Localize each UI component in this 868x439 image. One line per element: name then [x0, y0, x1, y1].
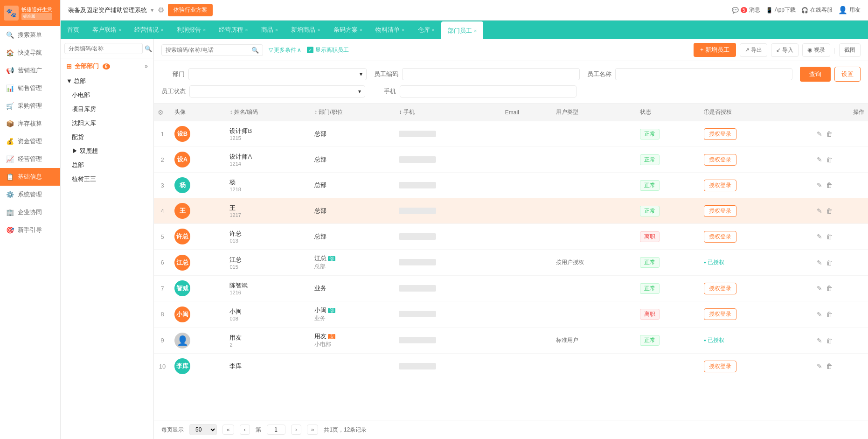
authorize-button[interactable]: 授权登录: [704, 128, 736, 140]
tab-close-icon[interactable]: ×: [160, 27, 163, 33]
import-button[interactable]: ↙ 导入: [771, 43, 799, 57]
tab-新增商品[interactable]: 新增商品×: [285, 21, 326, 39]
emp-code-input[interactable]: [402, 68, 579, 80]
sidebar-item-basic[interactable]: 📋 基础信息: [0, 168, 60, 186]
delete-icon[interactable]: 🗑: [826, 156, 833, 163]
tab-close-icon[interactable]: ×: [203, 27, 206, 33]
edit-icon[interactable]: ✎: [817, 259, 822, 266]
sidebar-item-inventory[interactable]: 📦 库存核算: [0, 115, 60, 132]
search-input[interactable]: [166, 47, 250, 53]
page-size-select[interactable]: 50 100 200: [189, 424, 217, 435]
delete-icon[interactable]: 🗑: [826, 130, 833, 138]
tab-close-icon[interactable]: ×: [432, 27, 435, 33]
tab-利润报告[interactable]: 利润报告×: [170, 21, 212, 39]
tree-item-总部[interactable]: ▼ 总部: [61, 74, 153, 88]
authorize-button[interactable]: 授权登录: [704, 231, 736, 243]
th-phone[interactable]: ↕ 手机: [395, 104, 501, 121]
search-icon[interactable]: 🔍: [251, 47, 259, 54]
authorize-button[interactable]: 授权登录: [704, 154, 736, 166]
emp-name-input[interactable]: [615, 68, 792, 80]
online-service-action[interactable]: 🎧 在线客服: [801, 6, 833, 14]
tree-item-总部[interactable]: 总部: [61, 158, 153, 172]
delete-icon[interactable]: 🗑: [826, 233, 833, 240]
delete-icon[interactable]: 🗑: [826, 311, 833, 318]
sidebar-item-search[interactable]: 🔍 搜索菜单: [0, 26, 60, 44]
user-action[interactable]: 👤 用友: [838, 6, 861, 14]
delete-icon[interactable]: 🗑: [826, 337, 833, 344]
tab-close-icon[interactable]: ×: [474, 28, 477, 34]
tree-item-双鹿想[interactable]: ▶ 双鹿想: [61, 144, 153, 158]
authorize-button[interactable]: 授权登录: [704, 361, 736, 372]
tab-close-icon[interactable]: ×: [402, 27, 404, 33]
edit-icon[interactable]: ✎: [817, 311, 822, 318]
tab-物料清单[interactable]: 物料清单×: [369, 21, 411, 39]
authorize-button[interactable]: 授权登录: [704, 283, 736, 294]
more-button[interactable]: 截图: [839, 43, 861, 57]
tree-item-配货[interactable]: 配货: [61, 130, 153, 144]
query-button[interactable]: 查询: [800, 67, 831, 82]
edit-icon[interactable]: ✎: [817, 362, 822, 370]
edit-icon[interactable]: ✎: [817, 285, 822, 292]
tab-条码方案[interactable]: 条码方案×: [327, 21, 369, 39]
edit-icon[interactable]: ✎: [817, 156, 822, 163]
authorize-button[interactable]: 授权登录: [704, 180, 736, 191]
dept-select[interactable]: ▾: [188, 68, 367, 80]
show-resigned-checkbox[interactable]: ✓ 显示离职员工: [307, 46, 349, 54]
gear-icon[interactable]: ⚙: [158, 6, 164, 14]
tab-商品[interactable]: 商品×: [255, 21, 285, 39]
settings-gear-icon[interactable]: ⚙: [158, 109, 164, 116]
th-name[interactable]: ↕ 姓名/编码: [226, 104, 311, 121]
phone-input[interactable]: [400, 85, 576, 98]
edit-icon[interactable]: ✎: [817, 337, 822, 344]
view-button[interactable]: ◉ 视录: [802, 43, 830, 57]
tree-search-input[interactable]: [64, 43, 143, 54]
sidebar-item-operation[interactable]: 📈 经营管理: [0, 150, 60, 168]
page-number-input[interactable]: [267, 425, 285, 435]
authorize-button[interactable]: 授权登录: [704, 308, 736, 320]
next-page-btn[interactable]: ›: [291, 425, 301, 435]
more-conditions-btn[interactable]: ▽ 更多条件 ∧: [269, 46, 301, 54]
emp-status-select[interactable]: ▾: [189, 85, 365, 98]
sidebar-item-marketing[interactable]: 📢 营销推广: [0, 62, 60, 79]
th-dept[interactable]: ↕ 部门/职位: [311, 104, 396, 121]
edit-icon[interactable]: ✎: [817, 130, 822, 138]
tab-close-icon[interactable]: ×: [317, 27, 320, 33]
tree-item-项目库房[interactable]: 项目库房: [61, 102, 153, 116]
sidebar-item-system[interactable]: ⚙️ 系统管理: [0, 186, 60, 203]
sidebar-item-company[interactable]: 🏢 企业协同: [0, 203, 60, 221]
sidebar-item-guide[interactable]: 🎯 新手引导: [0, 221, 60, 239]
edit-icon[interactable]: ✎: [817, 207, 822, 215]
tree-item-沈阳大库[interactable]: 沈阳大库: [61, 116, 153, 130]
last-page-btn[interactable]: »: [307, 425, 319, 435]
delete-icon[interactable]: 🗑: [826, 285, 833, 292]
tab-close-icon[interactable]: ×: [360, 27, 362, 33]
tab-仓库[interactable]: 仓库×: [411, 21, 441, 39]
export-button[interactable]: ↗ 导出: [740, 43, 767, 57]
tab-close-icon[interactable]: ×: [245, 27, 248, 33]
tab-经营历程[interactable]: 经营历程×: [212, 21, 254, 39]
authorize-button[interactable]: 授权登录: [704, 205, 736, 217]
tab-客户联络[interactable]: 客户联络×: [86, 21, 128, 39]
trial-button[interactable]: 体验行业方案: [168, 4, 213, 16]
edit-icon[interactable]: ✎: [817, 233, 822, 240]
tree-collapse-btn[interactable]: »: [145, 63, 148, 70]
sidebar-item-sales[interactable]: 📊 销售管理: [0, 79, 60, 97]
edit-icon[interactable]: ✎: [817, 181, 822, 189]
message-action[interactable]: 💬 5 消息: [732, 6, 760, 14]
delete-icon[interactable]: 🗑: [826, 259, 833, 266]
add-employee-button[interactable]: + 新增员工: [694, 43, 736, 57]
tree-item-小电部[interactable]: 小电部: [61, 88, 153, 102]
tree-search-icon[interactable]: 🔍: [145, 45, 152, 52]
first-page-btn[interactable]: «: [222, 425, 234, 435]
sidebar-item-finance[interactable]: 💰 资金管理: [0, 132, 60, 150]
tab-部门员工[interactable]: 部门员工×: [441, 21, 483, 39]
delete-icon[interactable]: 🗑: [826, 207, 833, 215]
tab-close-icon[interactable]: ×: [275, 27, 278, 33]
delete-icon[interactable]: 🗑: [826, 181, 833, 189]
tab-首页[interactable]: 首页: [61, 21, 86, 39]
tab-经营情况[interactable]: 经营情况×: [128, 21, 170, 39]
dropdown-icon[interactable]: ▾: [151, 7, 154, 14]
app-download-action[interactable]: 📱 App下载: [766, 6, 796, 14]
tree-item-植树王三[interactable]: 植树王三: [61, 172, 153, 186]
sidebar-item-purchase[interactable]: 🛒 采购管理: [0, 97, 60, 115]
